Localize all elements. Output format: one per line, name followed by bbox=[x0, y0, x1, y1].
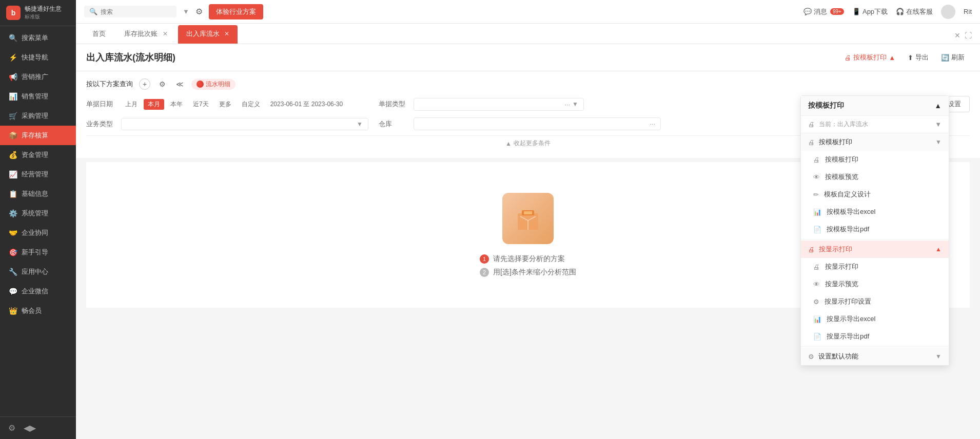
empty-step-1: 1 请先选择要分析的方案 bbox=[480, 254, 576, 264]
date-opt-last-month[interactable]: 上月 bbox=[121, 99, 142, 110]
dropdown-item-display-print-settings[interactable]: ⚙ 按显示打印设置 bbox=[801, 293, 949, 310]
trial-industry-button[interactable]: 体验行业方案 bbox=[209, 4, 263, 19]
sidebar-settings-icon[interactable]: ⚙ bbox=[8, 423, 15, 433]
tab-window-controls: ✕ ⛶ bbox=[954, 31, 972, 44]
sidebar-item-wechat[interactable]: 💬 企业微信 bbox=[0, 282, 76, 301]
sidebar-item-operations[interactable]: 📈 经营管理 bbox=[0, 165, 76, 184]
sidebar-item-purchase[interactable]: 🛒 采购管理 bbox=[0, 106, 76, 126]
business-type-label: 业务类型 bbox=[86, 119, 117, 129]
tab-in-out-flow[interactable]: 出入库流水 ✕ bbox=[178, 25, 238, 44]
section-template-toggle[interactable]: ▼ bbox=[935, 138, 942, 146]
tab-batch-account[interactable]: 库存批次账 ✕ bbox=[116, 25, 176, 44]
dropdown-item-template-export-pdf[interactable]: 📄 按模板导出pdf bbox=[801, 221, 949, 238]
item-display-print-label: 按显示打印 bbox=[825, 262, 858, 271]
messages-badge: 99+ bbox=[830, 8, 844, 15]
tab-in-out-flow-close[interactable]: ✕ bbox=[224, 30, 229, 37]
sidebar-item-label-purchase: 采购管理 bbox=[22, 111, 48, 121]
date-opt-7days[interactable]: 近7天 bbox=[189, 99, 213, 110]
dropdown-item-display-print[interactable]: 🖨 按显示打印 bbox=[801, 258, 949, 275]
item-display-pdf-icon: 📄 bbox=[813, 333, 821, 341]
item-template-print-label: 按模板打印 bbox=[825, 155, 858, 164]
date-field-label: 单据日期 bbox=[86, 99, 117, 109]
topbar-settings-icon[interactable]: ⚙ bbox=[195, 7, 203, 16]
messages-label: 消息 bbox=[814, 7, 827, 16]
collapse-label: 收起更多条件 bbox=[514, 139, 551, 148]
filter-settings-button[interactable]: ⚙ bbox=[156, 78, 168, 90]
tab-in-out-flow-label: 出入库流水 bbox=[186, 30, 220, 37]
tab-home[interactable]: 首页 bbox=[84, 25, 114, 44]
sidebar-collapse-icon[interactable]: ◀▶ bbox=[24, 423, 36, 433]
warehouse-select[interactable]: ··· bbox=[414, 117, 661, 130]
sidebar-item-member[interactable]: 👑 畅会员 bbox=[0, 301, 76, 321]
dropdown-current-label: 当前：出入库流水 bbox=[819, 120, 868, 129]
empty-steps: 1 请先选择要分析的方案 2 用[选]条件来缩小分析范围 bbox=[480, 254, 576, 277]
dropdown-close-icon[interactable]: ▲ bbox=[934, 102, 942, 110]
item-pdf-icon: 📄 bbox=[813, 226, 821, 233]
step-1-text: 请先选择要分析的方案 bbox=[493, 254, 565, 264]
sidebar-item-inventory[interactable]: 📦 库存核算 bbox=[0, 126, 76, 145]
svg-rect-2 bbox=[524, 211, 532, 214]
print-dropdown-icon: ▲ bbox=[889, 54, 895, 62]
sidebar-item-label-inventory: 库存核算 bbox=[22, 131, 48, 140]
item-template-custom-label: 模板自定义设计 bbox=[824, 190, 871, 199]
user-avatar[interactable] bbox=[941, 5, 955, 19]
sidebar-item-label-basic-info: 基础信息 bbox=[22, 189, 48, 198]
item-print-icon: 🖨 bbox=[813, 156, 820, 164]
date-opt-more[interactable]: 更多 bbox=[215, 99, 236, 110]
sidebar-item-marketing[interactable]: 📢 营销推广 bbox=[0, 67, 76, 87]
date-opt-this-month[interactable]: 本月 bbox=[144, 99, 164, 110]
section-header-default[interactable]: ⚙ 设置默认功能 ▼ bbox=[801, 348, 949, 365]
section-display-print-label: 按显示打印 bbox=[819, 245, 852, 254]
section-template-print-label: 按模板打印 bbox=[819, 137, 852, 147]
sidebar-item-finance[interactable]: 💰 资金管理 bbox=[0, 145, 76, 165]
sidebar-item-icon-member: 👑 bbox=[8, 306, 17, 315]
sidebar-item-app-center[interactable]: 🔧 应用中心 bbox=[0, 262, 76, 282]
tab-close-window-icon[interactable]: ✕ bbox=[954, 31, 961, 39]
step-1-number: 1 bbox=[480, 254, 489, 264]
topbar-dropdown-icon[interactable]: ▼ bbox=[183, 8, 189, 15]
sidebar-item-sales[interactable]: 📊 销售管理 bbox=[0, 87, 76, 106]
section-display-toggle[interactable]: ▲ bbox=[935, 246, 942, 253]
messages-button[interactable]: 💬 消息 99+ bbox=[803, 7, 844, 16]
app-download-button[interactable]: 📱 App下载 bbox=[852, 7, 888, 16]
tab-batch-account-close[interactable]: ✕ bbox=[163, 30, 168, 37]
refresh-button[interactable]: 🔄 刷新 bbox=[936, 50, 970, 65]
filter-add-button[interactable]: + bbox=[139, 78, 150, 90]
dropdown-item-display-preview[interactable]: 👁 按显示预览 bbox=[801, 275, 949, 293]
sidebar-item-system[interactable]: ⚙️ 系统管理 bbox=[0, 204, 76, 223]
search-input[interactable] bbox=[101, 8, 162, 15]
business-type-select[interactable]: ▼ bbox=[121, 118, 368, 130]
export-button[interactable]: ⬆ 导出 bbox=[903, 50, 934, 65]
dropdown-item-template-preview[interactable]: 👁 按模板预览 bbox=[801, 168, 949, 186]
date-opt-custom[interactable]: 自定义 bbox=[238, 99, 264, 110]
dropdown-item-template-export-excel[interactable]: 📊 按模板导出excel bbox=[801, 203, 949, 221]
date-opt-this-year[interactable]: 本年 bbox=[166, 99, 187, 110]
tab-maximize-icon[interactable]: ⛶ bbox=[965, 31, 972, 39]
item-preview-icon: 👁 bbox=[813, 173, 820, 181]
customer-service-label: 在线客服 bbox=[906, 7, 933, 16]
dropdown-item-template-custom[interactable]: ✏ 模板自定义设计 bbox=[801, 186, 949, 203]
step-2-text: 用[选]条件来缩小分析范围 bbox=[493, 268, 576, 277]
dropdown-item-template-print[interactable]: 🖨 按模板打印 bbox=[801, 151, 949, 168]
date-filter-field: 单据日期 上月 本月 本年 近7天 更多 自定义 2023-06-01 至 20… bbox=[86, 99, 368, 110]
filter-tag-flow-detail[interactable]: ⭕ 流水明细 bbox=[191, 79, 236, 90]
dropdown-item-display-export-pdf[interactable]: 📄 按显示导出pdf bbox=[801, 328, 949, 345]
topbar-search-box: 🔍 bbox=[84, 6, 177, 17]
section-default-toggle[interactable]: ▼ bbox=[935, 353, 942, 360]
sidebar-item-search[interactable]: 🔍 搜索菜单 bbox=[0, 28, 76, 48]
sidebar-item-guide[interactable]: 🎯 新手引导 bbox=[0, 243, 76, 262]
sidebar-item-label-system: 系统管理 bbox=[22, 209, 48, 218]
sidebar-item-quick-nav[interactable]: ⚡ 快捷导航 bbox=[0, 48, 76, 67]
sidebar-item-enterprise[interactable]: 🤝 企业协同 bbox=[0, 223, 76, 243]
doc-type-select[interactable]: ··· ▼ bbox=[414, 98, 584, 111]
section-divider-2 bbox=[801, 346, 949, 347]
dropdown-current-arrow[interactable]: ▼ bbox=[935, 121, 942, 128]
print-template-button[interactable]: 🖨 按模板打印 ▲ bbox=[839, 50, 900, 65]
customer-service-button[interactable]: 🎧 在线客服 bbox=[896, 7, 933, 16]
page-content: 出入库流水(流水明细) 🖨 按模板打印 ▲ ⬆ 导出 🔄 刷新 bbox=[76, 44, 980, 439]
filter-collapse-button[interactable]: ≪ bbox=[174, 78, 185, 90]
dropdown-item-display-export-excel[interactable]: 📊 按显示导出excel bbox=[801, 310, 949, 328]
sidebar-item-basic-info[interactable]: 📋 基础信息 bbox=[0, 184, 76, 204]
refresh-icon: 🔄 bbox=[941, 54, 949, 62]
sidebar-item-label-enterprise: 企业协同 bbox=[22, 228, 48, 237]
